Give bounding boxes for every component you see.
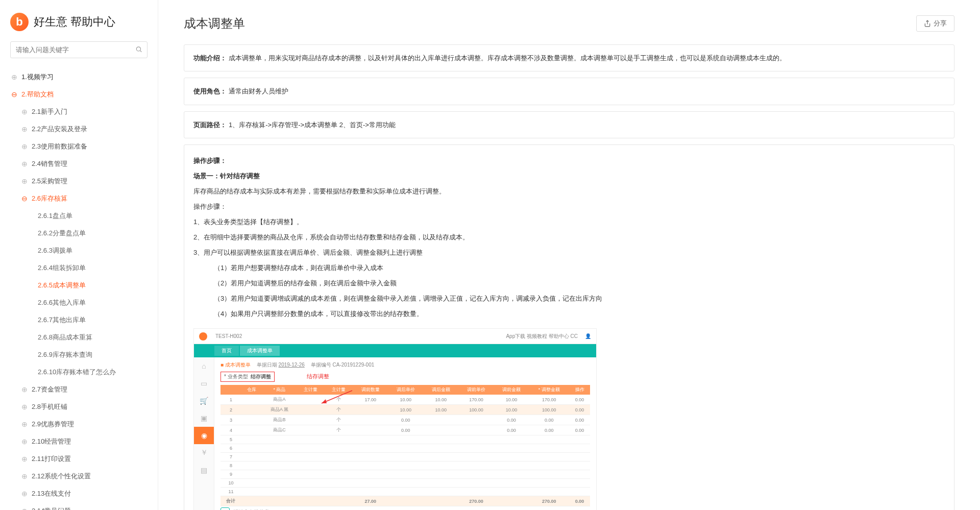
sp-meta: ■ 成本调整单 单据日期 2019-12-26 单据编号 CA-20191229… <box>220 361 590 369</box>
step-3-3: （3）若用户知道要调增或调减的成本差值，则在调整金额中录入差值，调增录入正值，记… <box>193 292 945 305</box>
share-icon <box>924 20 931 27</box>
title-row: 成本调整单 分享 <box>184 15 954 32</box>
step-1: 1、表头业务类型选择【结存调整】。 <box>193 215 945 229</box>
plus-icon: ⊕ <box>20 507 29 510</box>
search-input[interactable] <box>10 41 148 58</box>
brand-row: b 好生意 帮助中心 <box>10 13 148 31</box>
sp-right-labels: App下载 视频教程 帮助中心 CC <box>506 333 578 340</box>
nav-item-2-6-1[interactable]: 2.6.1盘点单 <box>10 207 148 225</box>
plus-icon: ⊕ <box>20 385 29 394</box>
search-icon[interactable] <box>135 45 142 54</box>
page-title: 成本调整单 <box>184 15 245 32</box>
sp-tabs: 首页 成本调整单 <box>194 344 596 357</box>
nav-item-docs[interactable]: ⊖2.帮助文档 <box>10 86 148 103</box>
nav-item-2-11[interactable]: ⊕2.11打印设置 <box>10 450 148 468</box>
step-2: 2、在明细中选择要调整的商品及仓库，系统会自动带出结存数量和结存金额，以及结存成… <box>193 231 945 244</box>
nav-item-2-6-4[interactable]: 2.6.4组装拆卸单 <box>10 259 148 277</box>
path-box: 页面路径：1、库存核算->库存管理->成本调整单 2、首页->常用功能 <box>184 111 954 138</box>
svg-point-0 <box>136 46 140 51</box>
path-label: 页面路径： <box>193 121 227 129</box>
nav-item-2-10[interactable]: ⊕2.10经营管理 <box>10 433 148 450</box>
steps-label: 操作步骤： <box>193 200 945 213</box>
nav-item-2-6-9[interactable]: 2.6.9库存账本查询 <box>10 346 148 363</box>
main-content: 成本调整单 分享 功能介绍：成本调整单，用来实现对商品结存成本的调整，以及针对具… <box>158 0 980 510</box>
nav-item-2-6-7[interactable]: 2.6.7其他出库单 <box>10 311 148 329</box>
plus-icon: ⊕ <box>20 490 29 498</box>
steps-title: 操作步骤： <box>193 154 945 167</box>
nav-tree: ⊕1.视频学习 ⊖2.帮助文档 ⊕2.1新手入门 ⊕2.2产品安装及登录 ⊕2.… <box>10 68 148 510</box>
nav-item-2-1[interactable]: ⊕2.1新手入门 <box>10 103 148 120</box>
nav-item-2-6-10[interactable]: 2.6.10库存账本错了怎么办 <box>10 363 148 381</box>
plus-icon: ⊕ <box>20 403 29 411</box>
role-box: 使用角色：通常由财务人员维护 <box>184 78 954 105</box>
sp-side-home-icon: ⌂ <box>194 357 214 375</box>
nav-item-2-6-2[interactable]: 2.6.2分量盘点单 <box>10 225 148 242</box>
intro-box: 功能介绍：成本调整单，用来实现对商品结存成本的调整，以及针对具体的出入库单进行成… <box>184 44 954 71</box>
step-3-4: （4）如果用户只调整部分数量的成本，可以直接修改带出的结存数量。 <box>193 307 945 321</box>
sp-side-chart-icon: ▤ <box>194 462 214 479</box>
sp-side-box-icon: ▣ <box>194 409 214 427</box>
step-3: 3、用户可以根据调整依据直接在调后单价、调后金额、调整金额列上进行调整 <box>193 246 945 259</box>
nav-item-2-12[interactable]: ⊕2.12系统个性化设置 <box>10 468 148 485</box>
nav-item-2-13[interactable]: ⊕2.13在线支付 <box>10 485 148 502</box>
sp-org: TEST-H002 <box>215 333 242 339</box>
embedded-screenshot: TEST-H002 App下载 视频教程 帮助中心 CC 👤 首页 成本调整单 … <box>193 328 597 510</box>
nav-item-2-8[interactable]: ⊕2.8手机旺铺 <box>10 398 148 416</box>
steps-box: 操作步骤： 场景一：针对结存调整 库存商品的结存成本与实际成本有差异，需要根据结… <box>184 144 954 510</box>
nav-item-2-7[interactable]: ⊕2.7资金管理 <box>10 381 148 398</box>
sidebar: b 好生意 帮助中心 ⊕1.视频学习 ⊖2.帮助文档 ⊕2.1新手入门 ⊕2.2… <box>0 0 158 510</box>
sp-anno1: 结存调整 <box>307 373 329 379</box>
sp-side-cart-icon: 🛒 <box>194 392 214 409</box>
share-button[interactable]: 分享 <box>916 15 954 32</box>
nav-item-2-6-6[interactable]: 2.6.6其他入库单 <box>10 294 148 311</box>
sp-avatar-icon: 👤 <box>585 333 591 339</box>
sp-biztype-box: * 业务类型 结存调整 <box>220 372 275 382</box>
role-text: 通常由财务人员维护 <box>229 87 288 95</box>
plus-icon: ⊕ <box>20 108 29 116</box>
intro-label: 功能介绍： <box>193 54 227 62</box>
plus-icon: ⊕ <box>20 125 29 133</box>
nav-item-2-9[interactable]: ⊕2.9优惠券管理 <box>10 416 148 433</box>
search-box <box>10 41 148 58</box>
nav-item-video[interactable]: ⊕1.视频学习 <box>10 68 148 86</box>
plus-icon: ⊕ <box>20 177 29 185</box>
logo-icon: b <box>10 13 29 31</box>
plus-icon: ⊕ <box>20 160 29 168</box>
svg-line-1 <box>140 51 142 52</box>
sp-side-doc-icon: ▭ <box>194 375 214 392</box>
sp-body: ■ 成本调整单 单据日期 2019-12-26 单据编号 CA-20191229… <box>214 357 596 510</box>
intro-text: 成本调整单，用来实现对商品结存成本的调整，以及针对具体的出入库单进行成本调整。库… <box>229 54 786 62</box>
nav-item-2-14[interactable]: ⊕2.14常见问题 <box>10 502 148 510</box>
plus-icon: ⊕ <box>20 142 29 151</box>
scenario-desc: 库存商品的结存成本与实际成本有差异，需要根据结存数量和实际单位成本进行调整。 <box>193 185 945 198</box>
step-3-2: （2）若用户知道调整后的结存金额，则在调后金额中录入金额 <box>193 277 945 290</box>
nav-item-2-5[interactable]: ⊕2.5采购管理 <box>10 173 148 190</box>
nav-item-2-6-3[interactable]: 2.6.3调拨单 <box>10 242 148 259</box>
sp-tab-adjust: 成本调整单 <box>240 346 280 356</box>
path-text: 1、库存核算->库存管理->成本调整单 2、首页->常用功能 <box>229 121 396 129</box>
sp-table: 仓库* 商品主计量主计量调前数量调后单价调后金额调前单价调前金额* 调整金额操作… <box>220 385 590 506</box>
plus-icon: ⊕ <box>20 472 29 480</box>
sp-side-money-icon: ￥ <box>194 444 214 462</box>
sp-note-icon: ≡ <box>220 507 230 510</box>
scenario-title: 场景一：针对结存调整 <box>193 169 945 183</box>
nav-item-2-6-8[interactable]: 2.6.8商品成本重算 <box>10 329 148 346</box>
brand-title: 好生意 帮助中心 <box>34 14 115 30</box>
nav-item-2-6-5[interactable]: 2.6.5成本调整单 <box>10 277 148 294</box>
nav-item-2-6[interactable]: ⊖2.6库存核算 <box>10 190 148 207</box>
role-label: 使用角色： <box>193 87 227 95</box>
nav-item-2-2[interactable]: ⊕2.2产品安装及登录 <box>10 120 148 138</box>
plus-icon: ⊕ <box>20 438 29 446</box>
sp-sidebar: ⌂ ▭ 🛒 ▣ ◉ ￥ ▤ <box>194 357 214 510</box>
sp-foot: ≡ 请输入备注信息 <box>220 507 270 510</box>
nav-item-2-3[interactable]: ⊕2.3使用前数据准备 <box>10 138 148 155</box>
sp-tab-home: 首页 <box>214 346 239 356</box>
sp-side-active-icon: ◉ <box>194 427 214 444</box>
sp-topbar: TEST-H002 App下载 视频教程 帮助中心 CC 👤 <box>194 329 596 344</box>
plus-icon: ⊕ <box>20 455 29 463</box>
nav-item-2-4[interactable]: ⊕2.4销售管理 <box>10 155 148 173</box>
minus-icon: ⊖ <box>20 195 29 203</box>
minus-icon: ⊖ <box>10 90 18 99</box>
sp-logo-icon <box>199 332 207 341</box>
step-3-1: （1）若用户想要调整结存成本，则在调后单价中录入成本 <box>193 261 945 275</box>
